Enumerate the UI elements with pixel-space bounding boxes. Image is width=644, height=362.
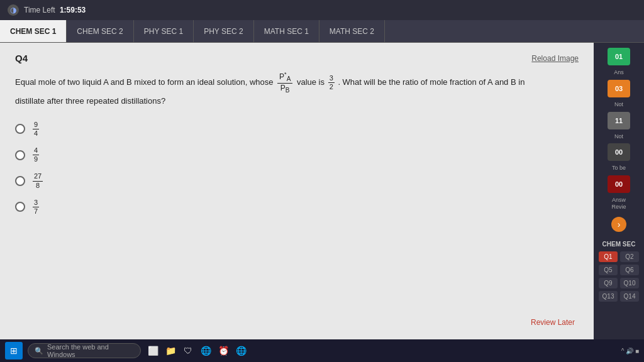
not-visited-count: 03: [615, 85, 623, 92]
q-cell-13[interactable]: Q13: [599, 291, 618, 302]
opt-b-denom: 9: [33, 155, 39, 163]
answered-label: Ans: [614, 69, 624, 76]
q-cell-1[interactable]: Q1: [599, 251, 618, 262]
tab-chem-sec-2[interactable]: CHEM SEC 2: [67, 20, 133, 42]
reload-image-button[interactable]: Reload Image: [531, 54, 579, 63]
option-c[interactable]: 27 8: [15, 172, 579, 189]
radio-a[interactable]: [15, 124, 25, 134]
option-b-fraction: 4 9: [33, 146, 39, 163]
question-text-value: value is: [297, 77, 325, 87]
chevron-right-button[interactable]: ›: [611, 217, 626, 232]
q-cell-2[interactable]: Q2: [620, 251, 639, 262]
q-cell-6[interactable]: Q6: [620, 265, 639, 275]
timer-label: Time Left: [24, 6, 55, 14]
option-c-fraction: 27 8: [33, 172, 43, 189]
opt-d-denom: 7: [33, 207, 39, 216]
option-d[interactable]: 3 7: [15, 199, 579, 216]
app-icon: ◑: [10, 6, 16, 14]
tab-math-sec-2[interactable]: MATH SEC 2: [319, 20, 385, 42]
fraction-numer-sub: A: [287, 75, 291, 82]
fraction-numerator: P*A: [277, 71, 292, 84]
question-header: Q4 Reload Image: [15, 53, 579, 63]
tab-math-sec-1[interactable]: MATH SEC 1: [254, 20, 319, 42]
content-area: Q4 Reload Image Equal mole of two liquid…: [0, 43, 594, 339]
not-answered-badge: 11: [608, 112, 630, 129]
q-cell-14[interactable]: Q14: [620, 291, 639, 302]
option-d-fraction: 3 7: [33, 199, 39, 216]
right-sidebar: 01 Ans 03 Not 11 Not 00 To be 00 AnswRev…: [594, 43, 644, 339]
system-tray: ^ 🔊 ■: [621, 348, 639, 354]
main-layout: Q4 Reload Image Equal mole of two liquid…: [0, 43, 644, 339]
browser-icon[interactable]: 🌐: [199, 344, 213, 358]
review-later-button[interactable]: Review Later: [531, 318, 575, 327]
value-fraction: 3 2: [328, 74, 335, 91]
start-button[interactable]: ⊞: [5, 342, 23, 359]
option-a-fraction: 9 4: [33, 121, 39, 138]
timer-value: 1:59:53: [60, 6, 86, 14]
question-text: Equal mole of two liquid A and B mixed t…: [15, 71, 531, 108]
opt-c-denom: 8: [35, 182, 41, 190]
option-b[interactable]: 4 9: [15, 146, 579, 163]
opt-d-numer: 3: [33, 199, 39, 207]
timer-text: Time Left 1:59:53: [24, 6, 86, 14]
review-label: AnswRevie: [611, 197, 626, 211]
task-view-icon[interactable]: ⬜: [146, 344, 160, 358]
fraction-denominator: PB: [279, 84, 292, 94]
search-icon: 🔍: [35, 347, 43, 355]
answered-badge: 01: [608, 48, 630, 65]
file-explorer-icon[interactable]: 📁: [164, 344, 177, 358]
option-a[interactable]: 9 4: [15, 121, 579, 138]
q-cell-5[interactable]: Q5: [599, 265, 618, 275]
fraction-denom-sub: B: [286, 87, 290, 94]
tab-chem-sec-1[interactable]: CHEM SEC 1: [0, 20, 67, 42]
radio-d[interactable]: [15, 202, 25, 212]
review-badge: 00: [608, 175, 630, 193]
clock-icon[interactable]: ⏰: [216, 344, 230, 358]
q-cell-9[interactable]: Q9: [599, 278, 618, 288]
value-numer: 3: [328, 74, 335, 83]
radio-b[interactable]: [15, 150, 25, 160]
not-visited-badge: 03: [608, 80, 630, 97]
opt-a-numer: 9: [33, 121, 39, 129]
tab-phy-sec-2[interactable]: PHY SEC 2: [194, 20, 253, 42]
shield-icon[interactable]: 🛡: [181, 344, 195, 358]
q-number-grid: Q1 Q2 Q5 Q6 Q9 Q10 Q13 Q14: [596, 251, 641, 302]
q-cell-10[interactable]: Q10: [620, 278, 639, 288]
not-answered-label: Not: [614, 133, 623, 140]
opt-b-numer: 4: [33, 146, 39, 155]
to-be-badge: 00: [608, 143, 630, 161]
question-text-before: Equal mole of two liquid A and B mixed t…: [15, 77, 273, 87]
options-list: 9 4 4 9 27 8 3: [15, 121, 579, 216]
taskbar-right: ^ 🔊 ■: [621, 348, 639, 354]
opt-a-denom: 4: [33, 129, 39, 138]
title-bar-icon: ◑: [8, 4, 19, 16]
fraction-pa-pb: P*A PB: [277, 71, 292, 95]
taskbar-icons: ⬜ 📁 🛡 🌐 ⏰ 🌐: [146, 344, 248, 358]
search-text: Search the web and Windows: [47, 343, 134, 358]
section-label: CHEM SEC: [602, 241, 636, 248]
tab-phy-sec-1[interactable]: PHY SEC 1: [134, 20, 194, 42]
to-be-label: To be: [612, 165, 626, 172]
taskbar-search[interactable]: 🔍 Search the web and Windows: [28, 343, 141, 358]
question-number: Q4: [15, 53, 28, 63]
nav-tabs: CHEM SEC 1 CHEM SEC 2 PHY SEC 1 PHY SEC …: [0, 20, 644, 43]
taskbar: ⊞ 🔍 Search the web and Windows ⬜ 📁 🛡 🌐 ⏰…: [0, 339, 644, 362]
answered-count: 01: [615, 53, 623, 60]
not-answered-count: 11: [615, 117, 623, 124]
not-visited-label: Not: [614, 101, 623, 108]
to-be-count: 00: [615, 148, 623, 156]
title-bar: ◑ Time Left 1:59:53: [0, 0, 644, 20]
opt-c-numer: 27: [33, 172, 43, 181]
radio-c[interactable]: [15, 176, 25, 186]
browser2-icon[interactable]: 🌐: [234, 344, 248, 358]
value-denom: 2: [328, 83, 335, 91]
review-count: 00: [615, 180, 623, 188]
